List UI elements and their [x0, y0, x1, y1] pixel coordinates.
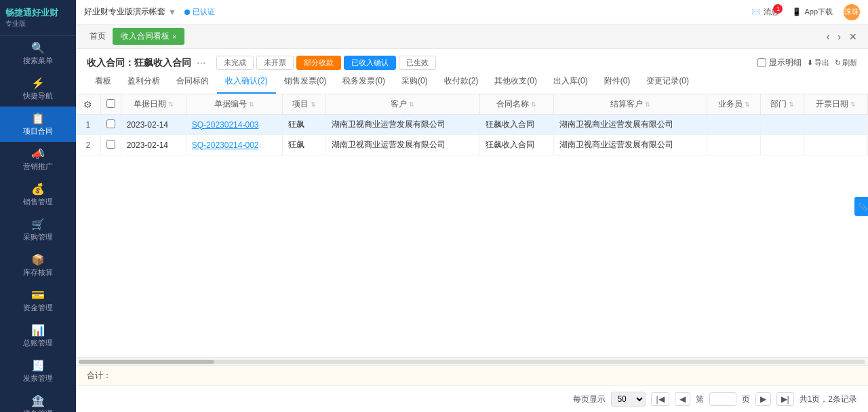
- app-download-btn[interactable]: 📱 App下载: [789, 7, 833, 17]
- status-btn-未开票[interactable]: 未开票: [256, 56, 294, 70]
- status-btn-已生效[interactable]: 已生效: [399, 56, 436, 70]
- sort-project-icon[interactable]: ⇅: [311, 101, 316, 108]
- col-salesperson-header: 业务员 ⇅: [707, 94, 761, 115]
- active-tab[interactable]: 收入合同看板 ×: [113, 28, 184, 45]
- sidebar-item-营销推广[interactable]: 📣营销推广: [0, 142, 76, 177]
- row-billing-customer: 湖南卫视商业运营发展有限公司: [553, 135, 707, 155]
- message-icon: ✉️: [751, 7, 761, 16]
- sidebar-item-发票管理[interactable]: 🧾发票管理: [0, 354, 76, 389]
- sidebar-item-库存核算[interactable]: 📦库存核算: [0, 248, 76, 283]
- sort-number-icon[interactable]: ⇅: [249, 101, 254, 108]
- page-title: 收入合同：狂飙收入合同: [87, 57, 191, 69]
- topbar: 好业财专业版演示帐套 ▼ 已认证 ✉️ 1 消息 📱 App下载 珠珠: [76, 0, 868, 24]
- sub-tab-收付款(2)[interactable]: 收付款(2): [436, 70, 487, 94]
- sidebar-item-快捷导航[interactable]: ⚡快捷导航: [0, 71, 76, 107]
- row-checkbox[interactable]: [106, 119, 115, 128]
- home-tab[interactable]: 首页: [84, 28, 111, 45]
- tabbar: 首页 收入合同看板 × ‹ › ✕: [76, 24, 868, 49]
- row-number-link[interactable]: SQ-20230214-002: [192, 141, 259, 150]
- active-tab-label: 收入合同看板: [121, 31, 170, 42]
- scroll-track: [79, 360, 865, 364]
- sort-customer-icon[interactable]: ⇅: [409, 101, 414, 108]
- horizontal-scrollbar[interactable]: [76, 357, 868, 365]
- sort-invoice-date-icon[interactable]: ⇅: [850, 101, 856, 108]
- first-page-btn[interactable]: |◀: [651, 392, 669, 406]
- tab-prev-btn[interactable]: ‹: [824, 30, 833, 43]
- row-checkbox[interactable]: [106, 140, 115, 149]
- sort-contract-icon[interactable]: ⇅: [531, 101, 536, 108]
- status-btn-部分收款[interactable]: 部分收款: [296, 56, 341, 70]
- sidebar-item-label: 库存核算: [23, 267, 53, 278]
- sub-tab-税务发票(0)[interactable]: 税务发票(0): [334, 70, 393, 94]
- sidebar-item-项目合同[interactable]: 📋项目合同: [0, 107, 76, 142]
- table-row[interactable]: 1 2023-02-14 SQ-20230214-003 狂飙 湖南卫视商业运营…: [76, 115, 868, 135]
- sidebar-item-总账管理[interactable]: 📊总账管理: [0, 318, 76, 354]
- gear-icon[interactable]: ⚙: [83, 99, 92, 110]
- row-salesperson: [707, 115, 761, 135]
- tab-close-all-btn[interactable]: ✕: [846, 30, 860, 43]
- sort-salesperson-icon[interactable]: ⇅: [745, 101, 750, 108]
- row-checkbox-cell[interactable]: [100, 115, 121, 135]
- col-project-header: 项目 ⇅: [282, 94, 326, 115]
- export-btn[interactable]: ⬇ 导出: [807, 58, 829, 68]
- nav-icon: 🔍: [31, 41, 45, 54]
- next-page-btn[interactable]: ▶: [755, 392, 771, 406]
- company-name: 好业财专业版演示帐套: [84, 6, 165, 18]
- sidebar-item-采购管理[interactable]: 🛒采购管理: [0, 212, 76, 248]
- row-number[interactable]: SQ-20230214-003: [186, 115, 282, 135]
- col-date-header: 单据日期 ⇅: [121, 94, 186, 115]
- company-selector[interactable]: 好业财专业版演示帐套 ▼: [84, 6, 184, 18]
- sidebar-item-搜索菜单[interactable]: 🔍搜索菜单: [0, 36, 76, 71]
- per-page-select[interactable]: 50 100 200: [611, 392, 646, 407]
- sub-tab-出入库(0)[interactable]: 出入库(0): [545, 70, 596, 94]
- sub-tab-看板[interactable]: 看板: [87, 70, 119, 94]
- tab-next-btn[interactable]: ›: [835, 30, 844, 43]
- sub-tab-盈利分析[interactable]: 盈利分析: [119, 70, 168, 94]
- row-checkbox-cell[interactable]: [100, 135, 121, 155]
- right-float-btn[interactable]: 📎: [854, 197, 868, 216]
- export-icon: ⬇: [807, 58, 813, 67]
- refresh-btn[interactable]: ↻ 刷新: [835, 58, 857, 68]
- sub-tab-销售发票(0)[interactable]: 销售发票(0): [276, 70, 335, 94]
- status-btn-已收入确认[interactable]: 已收入确认: [344, 56, 396, 70]
- sub-tab-变更记录(0)[interactable]: 变更记录(0): [638, 70, 697, 94]
- sidebar-item-资金管理[interactable]: 💳资金管理: [0, 283, 76, 318]
- sub-tab-采购(0)[interactable]: 采购(0): [393, 70, 436, 94]
- show-detail-checkbox[interactable]: 显示明细: [757, 57, 802, 69]
- status-btn-未完成[interactable]: 未完成: [216, 56, 254, 70]
- row-contract: 狂飙收入合同: [479, 135, 553, 155]
- sidebar-item-销售管理[interactable]: 💰销售管理: [0, 177, 76, 212]
- footer-total-label: 合计：: [87, 370, 111, 381]
- content-area: 收入合同：狂飙收入合同 ··· 未完成未开票部分收款已收入确认已生效 显示明细 …: [76, 49, 868, 412]
- scroll-thumb[interactable]: [79, 360, 214, 364]
- sub-tab-合同标的[interactable]: 合同标的: [168, 70, 217, 94]
- nav-icon: 🧾: [31, 359, 45, 372]
- phone-icon: 📱: [792, 7, 802, 16]
- table-wrapper[interactable]: ⚙ 单据日期 ⇅ 单据编号 ⇅ 项目 ⇅ 客户 ⇅ 合同名称 ⇅ 结算客户 ⇅ …: [76, 94, 868, 357]
- row-number-link[interactable]: SQ-20230214-003: [192, 120, 259, 130]
- prev-page-btn[interactable]: ◀: [675, 392, 690, 406]
- sub-tab-收入确认(2)[interactable]: 收入确认(2): [217, 70, 276, 94]
- certified-dot: [184, 10, 190, 15]
- more-options-btn[interactable]: ···: [197, 57, 205, 69]
- sort-date-icon[interactable]: ⇅: [168, 101, 174, 108]
- sidebar-item-label: 采购管理: [23, 232, 53, 242]
- last-page-btn[interactable]: ▶|: [776, 392, 794, 406]
- page-input[interactable]: 1: [709, 392, 736, 406]
- sub-tab-附件(0)[interactable]: 附件(0): [596, 70, 639, 94]
- user-avatar[interactable]: 珠珠: [844, 4, 860, 20]
- sidebar-item-label: 营销推广: [23, 162, 53, 172]
- select-all-checkbox[interactable]: [106, 99, 115, 108]
- certified-badge: 已认证: [184, 7, 215, 17]
- sub-tab-其他收支(0)[interactable]: 其他收支(0): [486, 70, 545, 94]
- sort-dept-icon[interactable]: ⇅: [789, 101, 794, 108]
- sidebar-item-税务管理[interactable]: 🏦税务管理: [0, 389, 76, 412]
- table-footer: 合计：: [76, 365, 868, 386]
- detail-checkbox-input[interactable]: [757, 58, 766, 67]
- table-row[interactable]: 2 2023-02-14 SQ-20230214-002 狂飙 湖南卫视商业运营…: [76, 135, 868, 155]
- app-name: 畅捷通好业财: [5, 7, 71, 19]
- message-btn[interactable]: ✉️ 1 消息: [749, 7, 778, 17]
- row-number[interactable]: SQ-20230214-002: [186, 135, 282, 155]
- tab-close-btn[interactable]: ×: [172, 33, 176, 41]
- sort-billing-icon[interactable]: ⇅: [645, 101, 650, 108]
